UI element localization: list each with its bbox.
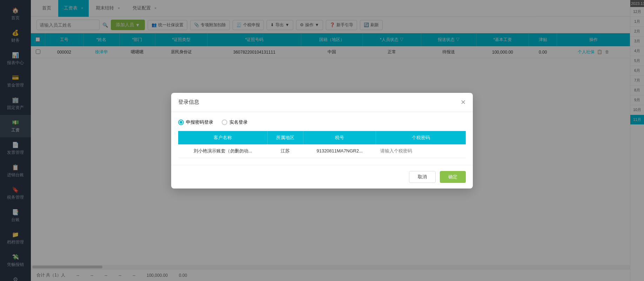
radio-realname-login[interactable]: 实名登录 xyxy=(222,119,248,125)
modal-footer: 取消 确定 xyxy=(171,165,473,189)
modal-close-button[interactable]: ✕ xyxy=(461,98,466,106)
region-cell: 江苏 xyxy=(267,144,303,158)
radio-password-dot xyxy=(178,119,184,125)
modal-body: 申报密码登录 实名登录 客户名称 所属地区 税号 个税密码 xyxy=(171,112,473,165)
confirm-button[interactable]: 确定 xyxy=(440,171,466,183)
login-modal: 登录信息 ✕ 申报密码登录 实名登录 客户名称 所属 xyxy=(171,93,473,189)
login-info-table: 客户名称 所属地区 税号 个税密码 刘小艳演示账套（勿删勿动... 江苏 913… xyxy=(178,131,466,158)
login-type-radio-group: 申报密码登录 实名登录 xyxy=(178,119,466,125)
col-region: 所属地区 xyxy=(267,131,303,144)
col-tax-password: 个税密码 xyxy=(376,131,466,144)
radio-realname-dot xyxy=(222,119,227,125)
client-name-cell: 刘小艳演示账套（勿删勿动... xyxy=(178,144,267,158)
login-info-row: 刘小艳演示账套（勿删勿动... 江苏 91320811MA7NGR2... xyxy=(178,144,466,158)
radio-password-login[interactable]: 申报密码登录 xyxy=(178,119,213,125)
col-client-name: 客户名称 xyxy=(178,131,267,144)
password-cell[interactable] xyxy=(376,144,466,158)
modal-overlay[interactable]: 登录信息 ✕ 申报密码登录 实名登录 客户名称 所属 xyxy=(0,0,644,281)
modal-title: 登录信息 xyxy=(178,99,199,105)
col-tax-no: 税号 xyxy=(303,131,376,144)
cancel-button[interactable]: 取消 xyxy=(409,171,436,183)
tax-password-input[interactable] xyxy=(380,148,462,153)
tax-no-cell: 91320811MA7NGR2... xyxy=(303,144,376,158)
modal-header: 登录信息 ✕ xyxy=(171,93,473,112)
